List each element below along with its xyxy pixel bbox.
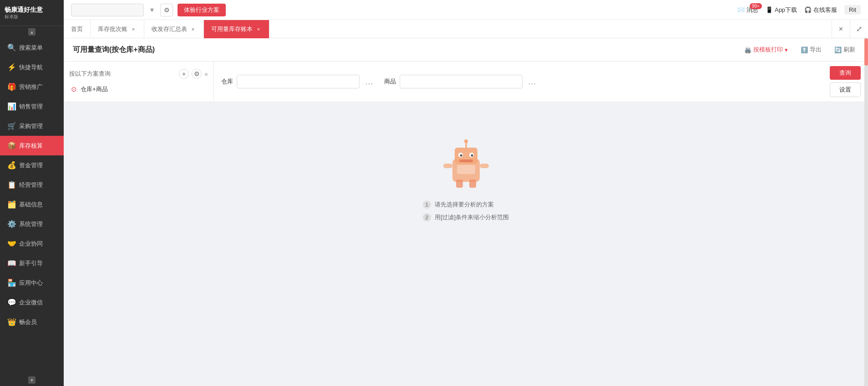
tab-batch[interactable]: 库存批次账 × — [91, 20, 144, 38]
message-badge: 99+ — [750, 3, 762, 9]
sales-icon: 📊 — [7, 102, 15, 111]
member-icon: 👑 — [7, 318, 15, 326]
app-download-btn[interactable]: 📱 App下载 — [766, 6, 797, 14]
tab-batch-close[interactable]: × — [130, 26, 137, 32]
sidebar: 畅康通好生意 标准版 ▲ 🔍 搜索菜单 ⚡ 快捷导航 🎁 营销推广 📊 销售管理… — [0, 0, 64, 386]
export-label: 导出 — [810, 46, 822, 54]
svg-rect-10 — [469, 180, 476, 188]
basic-icon: 🗂️ — [7, 200, 15, 209]
goods-input[interactable] — [400, 75, 523, 88]
svg-rect-13 — [457, 165, 475, 174]
warehouse-input[interactable] — [237, 75, 360, 88]
sidebar-item-inventory[interactable]: 📦 库存核算 — [0, 136, 64, 155]
tip-num-2: 2 — [423, 213, 431, 221]
sidebar-item-label: 搜索菜单 — [19, 44, 43, 52]
sidebar-item-guide[interactable]: 📖 新手引导 — [0, 253, 64, 273]
scroll-down-btn[interactable]: ▼ — [0, 374, 64, 386]
sidebar-item-finance[interactable]: 💰 资金管理 — [0, 155, 64, 175]
inventory-icon: 📦 — [7, 141, 15, 150]
sidebar-item-marketing[interactable]: 🎁 营销推广 — [0, 77, 64, 97]
warehouse-more-btn[interactable]: … — [363, 77, 375, 87]
tabbar-expand-btn[interactable]: ⤢ — [850, 20, 868, 38]
scheme-item-icon: ⊙ — [71, 85, 77, 93]
refresh-btn[interactable]: 🔄 刷新 — [831, 44, 859, 56]
query-btn[interactable]: 查询 — [830, 66, 861, 80]
empty-illustration — [439, 139, 493, 193]
tab-batch-label: 库存批次账 — [98, 25, 127, 33]
filter-area: 仓库 … 商品 … — [214, 62, 822, 102]
service-icon: 🎧 — [804, 6, 812, 13]
app-label: App下载 — [775, 6, 797, 14]
page-header: 可用量查询(按仓库+商品) 🖨️ 按模板打印 ▾ ⬆️ 导出 🔄 刷新 — [64, 38, 868, 62]
brand-sub: 标准版 — [5, 14, 59, 20]
scheme-item-warehouse-goods[interactable]: ⊙ 仓库+商品 — [64, 82, 213, 97]
scroll-up-btn[interactable]: ▲ — [0, 26, 64, 38]
query-scheme-panel: 按以下方案查询 + ⚙ « ⊙ 仓库+商品 — [64, 62, 214, 102]
refresh-label: 刷新 — [843, 46, 855, 54]
tab-available[interactable]: 可用量库存账本 × — [204, 20, 269, 38]
topbar-dropdown-btn[interactable]: ▾ — [147, 5, 157, 15]
print-icon: 🖨️ — [744, 46, 751, 53]
sidebar-item-shortcut[interactable]: ⚡ 快捷导航 — [0, 57, 64, 77]
sidebar-item-sales[interactable]: 📊 销售管理 — [0, 97, 64, 116]
sidebar-item-search[interactable]: 🔍 搜索菜单 — [0, 38, 64, 57]
sidebar-item-wechat[interactable]: 💬 企业微信 — [0, 293, 64, 312]
trial-btn[interactable]: 体验行业方案 — [178, 4, 226, 16]
sidebar-item-label: 营销推广 — [19, 83, 43, 91]
page-title: 可用量查询(按仓库+商品) — [73, 45, 155, 55]
export-btn[interactable]: ⬆️ 导出 — [797, 44, 825, 56]
message-btn[interactable]: ✉️ 消息 99+ — [737, 6, 758, 14]
tab-home-label: 首页 — [71, 25, 83, 33]
sidebar-item-label: 新手引导 — [19, 259, 43, 268]
tab-summary[interactable]: 收发存汇总表 × — [144, 20, 204, 38]
purchase-icon: 🛒 — [7, 122, 15, 130]
sidebar-item-member[interactable]: 👑 畅会员 — [0, 312, 64, 332]
tip-label-1: 请先选择要分析的方案 — [435, 201, 494, 209]
goods-more-btn[interactable]: … — [526, 77, 538, 87]
tabbar-close-all-btn[interactable]: × — [832, 20, 850, 38]
scheme-settings-btn[interactable]: ⚙ — [192, 69, 202, 79]
sidebar-item-purchase[interactable]: 🛒 采购管理 — [0, 116, 64, 136]
online-service-btn[interactable]: 🎧 在线客服 — [804, 6, 837, 14]
collapse-icon: « — [204, 70, 208, 77]
print-btn[interactable]: 🖨️ 按模板打印 ▾ — [741, 44, 792, 56]
scheme-collapse-btn[interactable]: « — [204, 70, 208, 77]
brand-name: 畅康通好生意 — [5, 5, 59, 14]
sidebar-item-label: 库存核算 — [19, 142, 43, 150]
finance-icon: 💰 — [7, 161, 15, 170]
marketing-icon: 🎁 — [7, 82, 15, 91]
topbar: ▾ ⚙ 体验行业方案 ✉️ 消息 99+ 📱 App下载 🎧 在线客服 Rit — [64, 0, 868, 20]
scroll-up-arrow[interactable]: ▲ — [28, 28, 36, 36]
sidebar-item-basic[interactable]: 🗂️ 基础信息 — [0, 195, 64, 214]
sidebar-item-system[interactable]: ⚙️ 系统管理 — [0, 214, 64, 234]
topbar-search-wrap: ▾ ⚙ — [71, 4, 173, 16]
topbar-search-input[interactable] — [71, 4, 144, 16]
tab-home[interactable]: 首页 — [64, 20, 91, 38]
topbar-gear-btn[interactable]: ⚙ — [160, 4, 173, 16]
tab-available-close[interactable]: × — [255, 26, 262, 32]
sidebar-item-label: 系统管理 — [19, 220, 43, 228]
main-content: 可用量查询(按仓库+商品) 🖨️ 按模板打印 ▾ ⬆️ 导出 🔄 刷新 按以下方… — [64, 38, 868, 386]
svg-rect-6 — [459, 160, 473, 162]
svg-point-4 — [460, 154, 462, 157]
tab-summary-close[interactable]: × — [190, 26, 196, 32]
print-dropdown-icon: ▾ — [785, 46, 788, 53]
svg-rect-9 — [456, 180, 463, 188]
add-scheme-btn[interactable]: + — [179, 69, 189, 79]
svg-point-12 — [464, 139, 468, 143]
sidebar-item-apps[interactable]: 🏪 应用中心 — [0, 273, 64, 293]
column-settings-btn[interactable]: 设置 — [830, 82, 861, 97]
search-icon: 🔍 — [7, 43, 15, 52]
sidebar-item-label: 基础信息 — [19, 201, 43, 209]
query-scheme-title: 按以下方案查询 — [69, 70, 111, 78]
sidebar-item-cooperation[interactable]: 🤝 企业协同 — [0, 234, 64, 253]
refresh-icon: 🔄 — [834, 46, 842, 53]
service-label: 在线客服 — [813, 6, 837, 14]
settings-icon: ⚙ — [194, 70, 200, 77]
scroll-down-arrow[interactable]: ▼ — [28, 376, 36, 384]
sidebar-item-operation[interactable]: 📋 经营管理 — [0, 175, 64, 195]
sidebar-nav: 🔍 搜索菜单 ⚡ 快捷导航 🎁 营销推广 📊 销售管理 🛒 采购管理 📦 库存核… — [0, 38, 64, 374]
tab-summary-label: 收发存汇总表 — [152, 25, 187, 33]
user-menu-btn[interactable]: Rit — [844, 5, 861, 15]
sidebar-item-label: 采购管理 — [19, 122, 43, 130]
